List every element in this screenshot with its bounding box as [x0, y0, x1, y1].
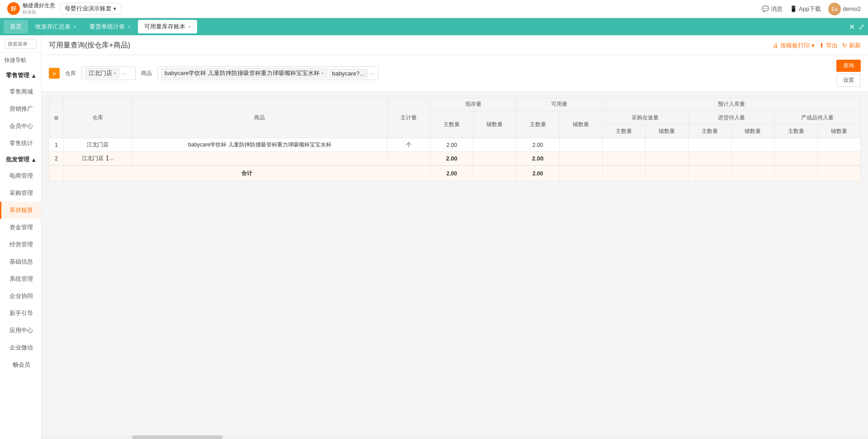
print-btn[interactable]: 🖨 按模板打印 ▾: [773, 42, 815, 50]
sidebar-item-purchase[interactable]: 采购管理: [0, 184, 41, 202]
industry-selector[interactable]: 母婴行业演示账套 ▾: [60, 3, 121, 14]
warehouse-filter-dots[interactable]: ···: [121, 70, 126, 77]
print-icon: 🖨: [773, 42, 778, 49]
table-area: ⚙ 仓库 商品 主计量 现存量 可用量 预计入库量 主数量 辅数量 主数量 辅数…: [42, 92, 868, 435]
row1-in-aux: [731, 138, 774, 152]
nav-expand-btn[interactable]: ⤢: [859, 23, 864, 31]
operation-label: 经营管理: [9, 241, 33, 249]
expand-btn[interactable]: »: [49, 68, 60, 79]
tab-order-close[interactable]: ×: [127, 24, 130, 29]
query-btn[interactable]: 查询: [836, 60, 861, 72]
print-label: 按模板打印: [780, 42, 810, 50]
row2-warehouse: 江北门店【...: [64, 152, 132, 166]
sidebar-item-operation[interactable]: 经营管理: [0, 236, 41, 253]
row1-pi-main: [774, 138, 817, 152]
col-avail-main-header: 主数量: [516, 111, 559, 138]
col-pt-main-header: 主数量: [602, 125, 645, 138]
row2-pt-aux: [645, 152, 688, 166]
row1-current-aux: [473, 138, 516, 152]
sidebar-item-basic-info[interactable]: 基础信息: [0, 253, 41, 270]
search-input[interactable]: [5, 39, 37, 49]
footer-current-aux: [473, 165, 516, 181]
table-scroll-bar[interactable]: [42, 435, 868, 439]
data-table: ⚙ 仓库 商品 主计量 现存量 可用量 预计入库量 主数量 辅数量 主数量 辅数…: [49, 97, 861, 181]
row2-in-aux: [731, 152, 774, 166]
home-label: 首页: [10, 23, 22, 31]
sidebar-item-enterprise-wechat[interactable]: 企业微信: [0, 339, 41, 356]
top-bar: 好 畅捷通好生意 标准版 母婴行业演示账套 ▾ 💬 消息 📱 App下载 Ea …: [0, 0, 868, 18]
product-filter-input[interactable]: babycare学饮杯 儿童防摔防撞吸管杯重力球吸嘴杯宝宝水杯 × babyca…: [157, 66, 378, 80]
sidebar-item-system[interactable]: 系统管理: [0, 270, 41, 288]
export-btn[interactable]: ⬆ 导出: [819, 42, 838, 50]
row2-in-main: [689, 152, 731, 166]
order-label: 要货单统计表: [90, 23, 125, 31]
col-pi-main-header: 主数量: [774, 125, 817, 138]
nav-close-btn[interactable]: ✕: [849, 23, 855, 31]
nav-tabs: 首页 收发存汇总表 × 要货单统计表 × 可用量库存账本 × ✕ ⤢: [0, 18, 868, 35]
sidebar-item-member[interactable]: 会员中心: [0, 118, 41, 135]
warehouse-filter-input[interactable]: 江北门店 × ···: [81, 66, 136, 80]
sidebar-item-retail-mgmt[interactable]: 零售管理 ▲: [0, 68, 41, 83]
enterprise-wechat-label: 企业微信: [9, 344, 33, 352]
avatar: Ea: [828, 3, 841, 15]
inventory-label: 库存核算: [9, 206, 33, 214]
content-area: 可用量查询(按仓库+商品) 🖨 按模板打印 ▾ ⬆ 导出 ↻ 刷新: [42, 35, 868, 439]
col-pt-aux-header: 辅数量: [645, 125, 688, 138]
product-tag1-remove[interactable]: ×: [321, 71, 324, 76]
header-actions: 🖨 按模板打印 ▾ ⬆ 导出 ↻ 刷新: [773, 42, 861, 50]
sidebar-quick-nav[interactable]: 快捷导航: [0, 53, 41, 68]
sidebar-item-ecommerce[interactable]: 电商管理: [0, 167, 41, 184]
sidebar-item-retail-mall[interactable]: 零售商城: [0, 83, 41, 100]
tab-available-close[interactable]: ×: [188, 24, 191, 29]
sidebar-item-inventory[interactable]: 库存核算: [0, 202, 41, 219]
message-icon: 💬: [762, 5, 769, 12]
sidebar-item-marketing[interactable]: 营销推广: [0, 100, 41, 118]
product-filter-dots[interactable]: ···: [369, 70, 374, 77]
message-btn[interactable]: 💬 消息: [762, 5, 783, 13]
row1-in-main: [689, 138, 731, 152]
tab-order[interactable]: 要货单统计表 ×: [83, 20, 137, 33]
col-pi-aux-header: 辅数量: [817, 125, 860, 138]
tab-receive-close[interactable]: ×: [73, 24, 76, 29]
logo-icon: 好: [7, 2, 20, 15]
row2-pi-main: [774, 152, 817, 166]
row1-unit: 个: [387, 138, 430, 152]
print-chevron: ▾: [811, 42, 815, 49]
member-label: 会员中心: [9, 122, 33, 130]
tab-available[interactable]: 可用量库存账本 ×: [138, 20, 197, 33]
sidebar-item-wholesale-mgmt[interactable]: 批发管理 ▲: [0, 152, 41, 167]
refresh-label: 刷新: [849, 42, 861, 50]
scroll-thumb[interactable]: [132, 435, 222, 439]
warehouse-tag-remove[interactable]: ×: [113, 71, 116, 76]
retail-mgmt-arrow: ▲: [31, 72, 37, 79]
tab-receive[interactable]: 收发存汇总表 ×: [29, 20, 82, 33]
purchase-label: 采购管理: [9, 189, 33, 197]
row2-pt-main: [602, 152, 645, 166]
app-download-icon: 📱: [790, 5, 797, 12]
settings-btn[interactable]: 设置: [836, 74, 861, 87]
sidebar-item-app-center[interactable]: 应用中心: [0, 322, 41, 339]
sidebar-item-retail-stats[interactable]: 零售统计: [0, 135, 41, 152]
tab-home[interactable]: 首页: [4, 20, 28, 33]
product-tag2: babycare?...: [329, 69, 368, 78]
sidebar-item-finance[interactable]: 资金管理: [0, 219, 41, 236]
col-current-stock-header: 现存量: [430, 98, 516, 111]
sidebar-item-enterprise-collab[interactable]: 企业协同: [0, 288, 41, 305]
footer-pi-main: [774, 165, 817, 181]
sidebar-item-new-guide[interactable]: 新手引导: [0, 305, 41, 322]
app-download-btn[interactable]: 📱 App下载: [790, 5, 821, 13]
col-in-main-header: 主数量: [689, 125, 731, 138]
page-title-row: 可用量查询(按仓库+商品) 🖨 按模板打印 ▾ ⬆ 导出 ↻ 刷新: [49, 41, 861, 50]
col-in-aux-header: 辅数量: [731, 125, 774, 138]
logo-texts: 畅捷通好生意 标准版: [23, 2, 55, 15]
footer-empty1: [49, 165, 64, 181]
product-tag1: babycare学饮杯 儿童防摔防撞吸管杯重力球吸嘴杯宝宝水杯 ×: [161, 68, 327, 78]
sidebar-item-member2[interactable]: 畅会员: [0, 356, 41, 373]
row2-avail-aux: [559, 152, 602, 166]
col-settings-header[interactable]: ⚙: [49, 98, 64, 138]
footer-avail-main: 2.00: [516, 165, 559, 181]
user-area[interactable]: Ea demo2: [828, 3, 861, 15]
receive-label: 收发存汇总表: [35, 23, 71, 31]
table-row: 1 江北门店 babycare学饮杯 儿童防摔防撞吸管杯重力球吸嘴杯宝宝水杯 个…: [49, 138, 861, 152]
refresh-btn[interactable]: ↻ 刷新: [842, 42, 861, 50]
